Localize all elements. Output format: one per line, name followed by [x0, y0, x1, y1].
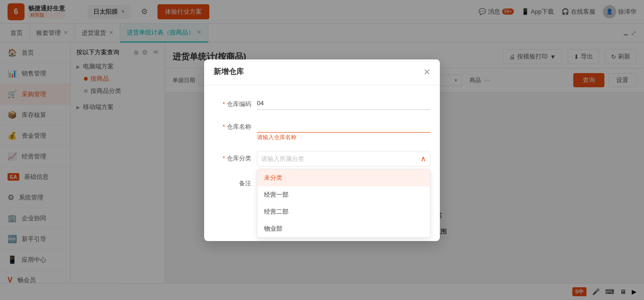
dropdown-arrow-icon[interactable]: ∧ [421, 154, 426, 163]
name-label: 仓库名称 [214, 119, 251, 131]
code-row: 仓库编码 [214, 97, 430, 110]
category-row: 仓库分类 ∧ 未分类 经营一部 经营二部 物业部 [214, 151, 430, 167]
dropdown-list: 未分类 经营一部 经营二部 物业部 [257, 169, 430, 238]
modal: 新增仓库 ✕ 仓库编码 仓库名称 请输入仓库名称 仓库分类 [204, 59, 440, 241]
dropdown-item-uncategorized[interactable]: 未分类 [257, 169, 430, 186]
modal-header: 新增仓库 ✕ [204, 59, 440, 85]
code-content [257, 97, 430, 110]
dropdown-item-dept1[interactable]: 经营一部 [257, 186, 430, 203]
note-label: 备注 [214, 176, 251, 188]
modal-title: 新增仓库 [214, 67, 244, 77]
name-input[interactable] [257, 119, 430, 133]
category-dropdown-input[interactable]: ∧ [257, 151, 430, 167]
name-content: 请输入仓库名称 [257, 119, 430, 142]
code-label: 仓库编码 [214, 97, 251, 108]
modal-close-icon[interactable]: ✕ [423, 67, 430, 77]
dropdown-item-property[interactable]: 物业部 [257, 220, 430, 237]
category-label: 仓库分类 [214, 151, 251, 163]
category-input[interactable] [261, 155, 421, 162]
code-input[interactable] [257, 97, 430, 110]
modal-body: 仓库编码 仓库名称 请输入仓库名称 仓库分类 ∧ [204, 85, 440, 210]
name-row: 仓库名称 请输入仓库名称 [214, 119, 430, 142]
category-content: ∧ 未分类 经营一部 经营二部 物业部 [257, 151, 430, 167]
modal-overlay[interactable]: 新增仓库 ✕ 仓库编码 仓库名称 请输入仓库名称 仓库分类 [0, 0, 644, 300]
name-error-msg: 请输入仓库名称 [257, 133, 430, 142]
dropdown-item-dept2[interactable]: 经营二部 [257, 203, 430, 220]
